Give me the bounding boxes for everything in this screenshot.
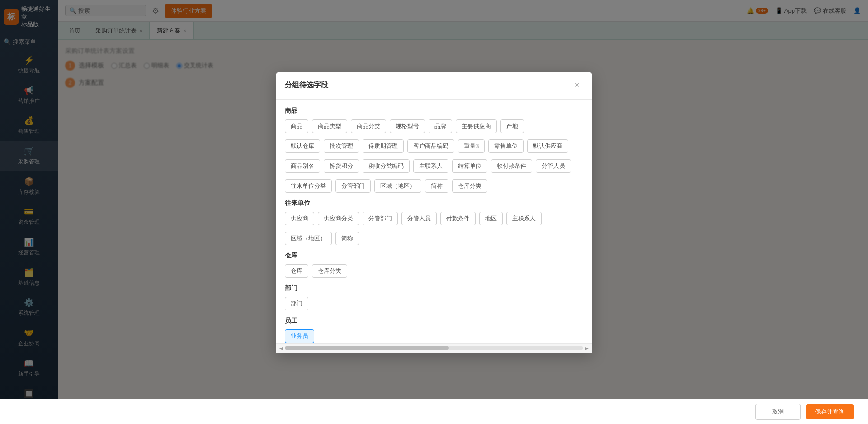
section-counterpart-tags: 供应商 供应商分类 分管部门 分管人员 付款条件 地区 主联系人 bbox=[285, 212, 583, 225]
tag-product-简称[interactable]: 简称 bbox=[425, 179, 448, 193]
tag-product-分管部门[interactable]: 分管部门 bbox=[335, 179, 371, 193]
hscroll-thumb bbox=[285, 346, 449, 350]
section-department-tags: 部门 bbox=[285, 297, 583, 310]
tag-cp-简称[interactable]: 简称 bbox=[335, 232, 359, 245]
section-warehouse-tags: 仓库 仓库分类 bbox=[285, 264, 583, 278]
section-employee-tags: 业务员 bbox=[285, 329, 583, 343]
tag-product-结算单位[interactable]: 结算单位 bbox=[452, 159, 487, 173]
section-department-title: 部门 bbox=[285, 284, 583, 292]
section-product-tags-2: 默认仓库 批次管理 保质期管理 客户商品编码 重量3 零售单位 默认供应商 bbox=[285, 139, 583, 153]
cancel-button[interactable]: 取消 bbox=[755, 404, 801, 420]
section-counterpart-tags-2: 区域（地区） 简称 bbox=[285, 232, 583, 245]
tag-product-产地[interactable]: 产地 bbox=[500, 119, 524, 133]
tag-emp-业务员[interactable]: 业务员 bbox=[285, 329, 314, 343]
tag-product-商品分类[interactable]: 商品分类 bbox=[351, 119, 386, 133]
tag-product-主联系人[interactable]: 主联系人 bbox=[413, 159, 448, 173]
tag-product-客户商品编码[interactable]: 客户商品编码 bbox=[407, 139, 454, 153]
tag-product-分管人员[interactable]: 分管人员 bbox=[536, 159, 571, 173]
tag-cp-付款条件[interactable]: 付款条件 bbox=[440, 212, 476, 225]
section-employee-title: 员工 bbox=[285, 317, 583, 325]
tag-product-税收分类编码[interactable]: 税收分类编码 bbox=[363, 159, 410, 173]
modal-close-button[interactable]: × bbox=[571, 79, 583, 92]
tag-product-收付款条件[interactable]: 收付款条件 bbox=[491, 159, 532, 173]
hscroll-right-arrow[interactable]: ▶ bbox=[585, 346, 589, 351]
tag-product-默认仓库[interactable]: 默认仓库 bbox=[285, 139, 320, 153]
tag-product-仓库分类[interactable]: 仓库分类 bbox=[452, 179, 487, 193]
tag-wh-仓库[interactable]: 仓库 bbox=[285, 264, 308, 278]
tag-cp-供应商分类[interactable]: 供应商分类 bbox=[318, 212, 359, 225]
tag-product-商品别名[interactable]: 商品别名 bbox=[285, 159, 320, 173]
tag-product-区域地区[interactable]: 区域（地区） bbox=[374, 179, 421, 193]
tag-cp-分管人员[interactable]: 分管人员 bbox=[401, 212, 437, 225]
section-warehouse-title: 仓库 bbox=[285, 252, 583, 260]
tag-product-零售单位[interactable]: 零售单位 bbox=[488, 139, 524, 153]
tag-dept-部门[interactable]: 部门 bbox=[285, 297, 308, 310]
save-query-button[interactable]: 保存并查询 bbox=[806, 404, 854, 419]
tag-product-默认供应商[interactable]: 默认供应商 bbox=[527, 139, 568, 153]
tag-product-商品类型[interactable]: 商品类型 bbox=[312, 119, 347, 133]
action-bar: 取消 保存并查询 bbox=[0, 399, 868, 424]
hscroll-left-arrow[interactable]: ◀ bbox=[279, 346, 283, 351]
modal-header: 分组待选字段 × bbox=[276, 72, 592, 100]
tag-cp-地区[interactable]: 地区 bbox=[479, 212, 503, 225]
tag-product-往来单位分类[interactable]: 往来单位分类 bbox=[285, 179, 332, 193]
tag-product-重量3[interactable]: 重量3 bbox=[458, 139, 485, 153]
tag-cp-供应商[interactable]: 供应商 bbox=[285, 212, 314, 225]
tag-cp-主联系人[interactable]: 主联系人 bbox=[506, 212, 542, 225]
tag-product-规格型号[interactable]: 规格型号 bbox=[390, 119, 425, 133]
tag-product-保质期管理[interactable]: 保质期管理 bbox=[363, 139, 404, 153]
modal-dialog: 分组待选字段 × 商品 商品 商品类型 商品分类 规格型号 品牌 主要供应商 产… bbox=[276, 72, 592, 353]
section-counterpart-title: 往来单位 bbox=[285, 199, 583, 207]
section-product-title: 商品 bbox=[285, 107, 583, 115]
tag-wh-仓库分类[interactable]: 仓库分类 bbox=[312, 264, 347, 278]
tag-cp-分管部门[interactable]: 分管部门 bbox=[363, 212, 398, 225]
modal-body[interactable]: 商品 商品 商品类型 商品分类 规格型号 品牌 主要供应商 产地 默认仓库 批次… bbox=[276, 100, 592, 343]
tag-cp-区域地区[interactable]: 区域（地区） bbox=[285, 232, 332, 245]
tag-product-批次管理[interactable]: 批次管理 bbox=[324, 139, 359, 153]
section-product-tags-3: 商品别名 拣货积分 税收分类编码 主联系人 结算单位 收付款条件 分管人员 bbox=[285, 159, 583, 173]
tag-product-主要供应商[interactable]: 主要供应商 bbox=[456, 119, 497, 133]
tag-product-品牌[interactable]: 品牌 bbox=[429, 119, 452, 133]
section-product-tags: 商品 商品类型 商品分类 规格型号 品牌 主要供应商 产地 bbox=[285, 119, 583, 133]
tag-product-拣货积分[interactable]: 拣货积分 bbox=[324, 159, 359, 173]
modal-overlay: 分组待选字段 × 商品 商品 商品类型 商品分类 规格型号 品牌 主要供应商 产… bbox=[0, 0, 868, 424]
modal-title: 分组待选字段 bbox=[285, 81, 328, 90]
tag-product-商品[interactable]: 商品 bbox=[285, 119, 308, 133]
section-product-tags-4: 往来单位分类 分管部门 区域（地区） 简称 仓库分类 bbox=[285, 179, 583, 193]
modal-hscrollbar[interactable]: ◀ ▶ bbox=[276, 343, 592, 353]
